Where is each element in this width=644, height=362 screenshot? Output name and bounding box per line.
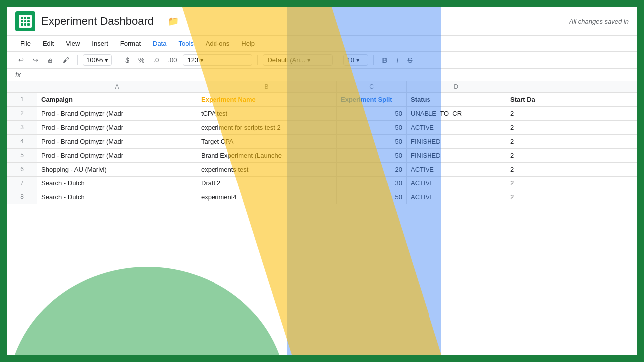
- data-row-7: 7 Search - Dutch Draft 2 30 ACTIVE 2: [7, 177, 637, 190]
- cell-e3[interactable]: 2: [506, 121, 581, 134]
- font-size-select[interactable]: 10 ▾: [343, 54, 368, 66]
- row-num-2: 2: [7, 107, 37, 120]
- col-header-a[interactable]: A: [37, 81, 197, 92]
- row-num-4: 4: [7, 135, 37, 148]
- cell-a6[interactable]: Shopping - AU (Marivi): [37, 163, 197, 176]
- cell-b8[interactable]: experiment4: [197, 190, 337, 204]
- cell-e4[interactable]: 2: [506, 135, 581, 148]
- cell-c6[interactable]: 20: [337, 163, 407, 176]
- menu-format[interactable]: Format: [115, 38, 146, 49]
- cell-a5[interactable]: Prod - Brand Optmyzr (Madr: [37, 149, 197, 162]
- row-num-1: 1: [7, 93, 37, 106]
- font-family-select[interactable]: Default (Ari... ▾: [263, 54, 333, 66]
- row-num-5: 5: [7, 149, 37, 162]
- toolbar-divider-2: [117, 55, 117, 65]
- toolbar-divider-5: [373, 55, 374, 65]
- cell-a1[interactable]: Campaign: [37, 93, 197, 106]
- menu-insert[interactable]: Insert: [87, 38, 113, 49]
- zoom-chevron-icon: ▾: [105, 56, 108, 64]
- format-type-select[interactable]: 123 ▾: [183, 54, 252, 66]
- row-num-3: 3: [7, 121, 37, 134]
- cell-e7[interactable]: 2: [506, 177, 581, 190]
- cell-b6[interactable]: experiments test: [197, 163, 337, 176]
- cell-d6[interactable]: ACTIVE: [407, 163, 506, 176]
- decimal-less-button[interactable]: .0: [151, 54, 162, 66]
- cell-c8[interactable]: 50: [337, 190, 407, 204]
- menu-addons[interactable]: Add-ons: [201, 38, 234, 49]
- cell-b7[interactable]: Draft 2: [197, 177, 337, 190]
- cell-e8[interactable]: 2: [506, 190, 581, 204]
- cell-c3[interactable]: 50: [337, 121, 407, 134]
- row-num-8: 8: [7, 190, 37, 204]
- cell-b1[interactable]: Experiment Name: [197, 93, 337, 106]
- font-size-chevron: ▾: [356, 56, 360, 64]
- percent-button[interactable]: %: [135, 54, 147, 66]
- menu-edit[interactable]: Edit: [38, 38, 59, 49]
- cell-a4[interactable]: Prod - Brand Optmyzr (Madr: [37, 135, 197, 148]
- decimal-more-button[interactable]: .00: [165, 54, 180, 66]
- spreadsheet: A B C D 1 Campaign Experiment Name Exper…: [7, 81, 637, 204]
- menu-tools[interactable]: Tools: [173, 38, 198, 49]
- folder-icon[interactable]: 📁: [168, 16, 179, 27]
- cell-a8[interactable]: Search - Dutch: [37, 190, 197, 204]
- col-header-c[interactable]: C: [337, 81, 407, 92]
- paint-format-button[interactable]: 🖌: [60, 54, 72, 66]
- cell-e2[interactable]: 2: [506, 107, 581, 120]
- toolbar: ↩ ↪ 🖨 🖌 100% ▾ $ % .0 .00 123 ▾ Default …: [7, 52, 637, 69]
- cell-b3[interactable]: experiment for scripts test 2: [197, 121, 337, 134]
- cell-b2[interactable]: tCPA test: [197, 107, 337, 120]
- cell-e1[interactable]: Start Da: [506, 93, 581, 106]
- cell-d2[interactable]: UNABLE_TO_CR: [407, 107, 506, 120]
- currency-button[interactable]: $: [122, 54, 132, 66]
- cell-c1[interactable]: Experiment Split: [337, 93, 407, 106]
- menu-file[interactable]: File: [15, 38, 36, 49]
- cell-e5[interactable]: 2: [506, 149, 581, 162]
- cell-e6[interactable]: 2: [506, 163, 581, 176]
- italic-button[interactable]: I: [393, 54, 401, 66]
- cell-d1[interactable]: Status: [407, 93, 506, 106]
- cell-c7[interactable]: 30: [337, 177, 407, 190]
- cell-d3[interactable]: ACTIVE: [407, 121, 506, 134]
- data-row-5: 5 Prod - Brand Optmyzr (Madr Brand Exper…: [7, 149, 637, 163]
- cell-d7[interactable]: ACTIVE: [407, 177, 506, 190]
- formula-input[interactable]: [29, 71, 633, 79]
- row-num-7: 7: [7, 177, 37, 190]
- font-family-value: Default (Ari...: [267, 56, 305, 64]
- menu-help[interactable]: Help: [236, 38, 260, 49]
- cell-c2[interactable]: 50: [337, 107, 407, 120]
- menu-view[interactable]: View: [61, 38, 85, 49]
- menu-bar: File Edit View Insert Format Data Tools …: [7, 36, 637, 52]
- svg-point-0: [7, 267, 287, 355]
- print-button[interactable]: 🖨: [44, 54, 57, 66]
- cell-a7[interactable]: Search - Dutch: [37, 177, 197, 190]
- cell-d5[interactable]: FINISHED: [407, 149, 506, 162]
- toolbar-divider-4: [338, 55, 338, 65]
- cell-b4[interactable]: Target CPA: [197, 135, 337, 148]
- zoom-select[interactable]: 100% ▾: [83, 54, 112, 66]
- zoom-value: 100%: [86, 56, 103, 64]
- font-size-value: 10: [347, 56, 354, 64]
- menu-data[interactable]: Data: [148, 38, 171, 49]
- data-row-2: 2 Prod - Brand Optmyzr (Madr tCPA test 5…: [7, 107, 637, 121]
- formula-bar: fx: [7, 69, 637, 81]
- cell-a2[interactable]: Prod - Brand Optmyzr (Madr: [37, 107, 197, 120]
- corner-spacer: [7, 81, 37, 92]
- cell-b5[interactable]: Brand Experiment (Launche: [197, 149, 337, 162]
- strikethrough-button[interactable]: S: [404, 54, 415, 66]
- cell-a3[interactable]: Prod - Brand Optmyzr (Madr: [37, 121, 197, 134]
- undo-button[interactable]: ↩: [15, 54, 27, 66]
- bold-button[interactable]: B: [379, 54, 390, 66]
- save-status: All changes saved in: [569, 18, 629, 25]
- redo-button[interactable]: ↪: [30, 54, 41, 66]
- format-type-chevron: ▾: [200, 56, 204, 64]
- toolbar-divider-3: [257, 55, 258, 65]
- sheets-app-icon: [15, 11, 35, 31]
- cell-d8[interactable]: ACTIVE: [407, 190, 506, 204]
- column-headers-row: A B C D: [7, 81, 637, 93]
- col-header-b[interactable]: B: [197, 81, 337, 92]
- data-row-6: 6 Shopping - AU (Marivi) experiments tes…: [7, 163, 637, 177]
- cell-c5[interactable]: 50: [337, 149, 407, 162]
- col-header-d[interactable]: D: [407, 81, 506, 92]
- cell-c4[interactable]: 50: [337, 135, 407, 148]
- cell-d4[interactable]: FINISHED: [407, 135, 506, 148]
